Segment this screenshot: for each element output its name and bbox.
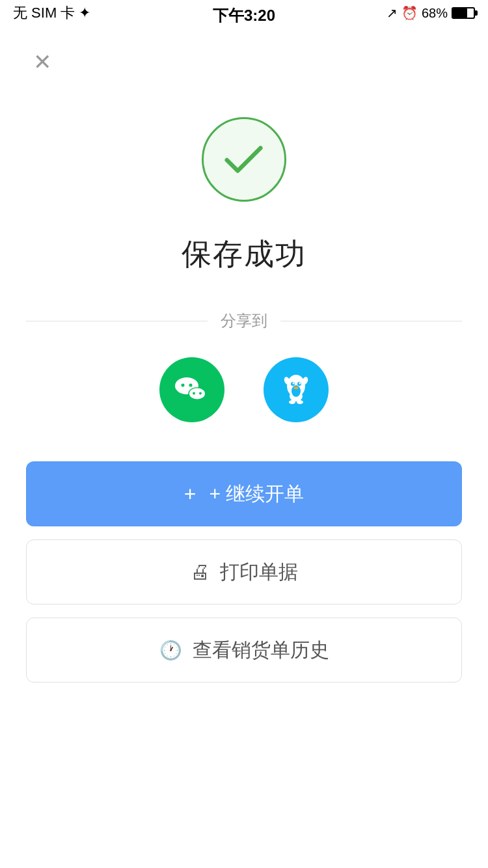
main-content: 保存成功 分享到 xyxy=(0,78,488,868)
continue-button[interactable]: + + 继续开单 xyxy=(26,461,462,526)
history-button[interactable]: 🕐 查看销货单历史 xyxy=(26,617,462,683)
share-icons-row xyxy=(159,357,329,422)
svg-point-2 xyxy=(189,388,205,400)
divider-left xyxy=(26,321,208,321)
status-time: 下午3:20 xyxy=(213,5,275,26)
svg-point-5 xyxy=(193,392,195,395)
svg-point-10 xyxy=(297,400,303,404)
status-left: 无 SIM 卡 ✦ xyxy=(13,3,90,23)
success-icon-circle xyxy=(202,117,286,202)
success-title: 保存成功 xyxy=(182,234,306,275)
location-icon: ↗ xyxy=(386,5,398,21)
print-button[interactable]: 🖨 打印单据 xyxy=(26,539,462,604)
svg-point-14 xyxy=(293,383,295,385)
status-bar: 无 SIM 卡 ✦ 下午3:20 ↗ ⏰ 68% xyxy=(0,0,488,26)
print-label: 打印单据 xyxy=(220,559,298,586)
plus-icon: + xyxy=(184,482,197,506)
svg-point-3 xyxy=(182,384,185,387)
checkmark-icon xyxy=(224,140,264,179)
sim-status: 无 SIM 卡 ✦ xyxy=(13,3,90,23)
share-label: 分享到 xyxy=(221,310,267,331)
svg-point-15 xyxy=(299,383,301,385)
alarm-icon: ⏰ xyxy=(401,5,418,21)
close-button[interactable]: ✕ xyxy=(26,46,59,78)
svg-point-16 xyxy=(294,387,299,389)
print-icon: 🖨 xyxy=(190,561,210,583)
wechat-share-button[interactable] xyxy=(159,357,224,422)
close-icon: ✕ xyxy=(33,51,51,73)
status-right: ↗ ⏰ 68% xyxy=(386,5,475,21)
wechat-icon xyxy=(172,370,211,409)
qq-icon xyxy=(278,372,314,408)
close-area: ✕ xyxy=(0,26,488,78)
svg-point-4 xyxy=(189,384,193,387)
continue-label: + 继续开单 xyxy=(209,481,304,508)
divider-right xyxy=(280,321,462,321)
history-label: 查看销货单历史 xyxy=(193,637,329,664)
svg-point-9 xyxy=(289,400,295,404)
share-divider: 分享到 xyxy=(26,310,462,331)
battery-percent: 68% xyxy=(422,6,448,21)
qq-share-button[interactable] xyxy=(264,357,329,422)
svg-point-6 xyxy=(199,392,202,395)
actions-section: + + 继续开单 🖨 打印单据 🕐 查看销货单历史 xyxy=(26,461,462,683)
battery-icon xyxy=(452,7,475,19)
share-section: 分享到 xyxy=(26,310,462,422)
clock-icon: 🕐 xyxy=(159,640,182,661)
